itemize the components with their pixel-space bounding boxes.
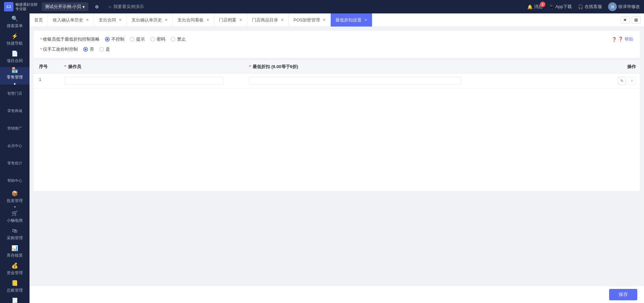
radio-manual-yes-circle <box>99 47 104 52</box>
tab-min-discount-close[interactable]: ✕ <box>364 18 367 22</box>
close-all-tabs-btn[interactable]: ✕ <box>621 16 630 23</box>
sidebar-item-retail-stat[interactable]: 零售统计 <box>0 154 30 172</box>
app-name: 畅捷通好业财 专业版 <box>15 2 38 11</box>
radio-password[interactable]: 密码 <box>150 36 165 42</box>
notification-badge: 8 <box>540 2 545 7</box>
radio-manual-yes[interactable]: 是 <box>99 46 110 52</box>
sidebar-item-invoice[interactable]: 🧾 发票管理 <box>0 295 30 303</box>
radio-manual-no[interactable]: 否 <box>83 46 94 52</box>
radio-remind-circle <box>130 37 135 42</box>
discount-input[interactable] <box>249 77 461 85</box>
search-icon: 🔍 <box>11 15 18 22</box>
radio-no-control[interactable]: 不控制 <box>105 36 124 42</box>
download-icon: 📱 <box>549 4 554 9</box>
headset-icon: 🎧 <box>578 4 583 9</box>
sidebar-item-ledger[interactable]: 📒 总账管理 <box>0 278 30 295</box>
sidebar-item-wholesale[interactable]: 📦 批发管理 ▾ <box>0 191 30 208</box>
tab-pos-password-close[interactable]: ✕ <box>323 18 326 22</box>
demo-link[interactable]: ○ 我要看实例演示 <box>108 4 144 10</box>
tab-store-archive-close[interactable]: ✕ <box>239 18 242 22</box>
tab-pay-contract-close[interactable]: ✕ <box>119 18 122 22</box>
tab-bar-end: ✕ ⊞ <box>617 16 644 23</box>
tab-store-archive[interactable]: 门店档案 ✕ <box>214 13 247 27</box>
table-row: 1 ✎ ✕ <box>34 73 640 89</box>
tab-store-products[interactable]: 门店商品目录 ✕ <box>247 13 289 27</box>
form-card: * 收银员低于最低折扣控制策略 不控制 提示 <box>34 31 640 58</box>
sidebar-item-search[interactable]: 🔍 搜索菜单 <box>0 13 30 31</box>
sidebar-item-capital[interactable]: 💰 资金管理 <box>0 260 30 278</box>
required-asterisk: * <box>40 37 42 42</box>
row-action-cell: ✎ ✕ <box>606 73 640 88</box>
sidebar: 🔍 搜索菜单 ⚡ 快捷导航 📄 项目合同 🏪 零售管理 ▲ 智慧门店 零售商城 … <box>0 13 30 303</box>
row-edit-btn[interactable]: ✎ <box>618 77 626 85</box>
sidebar-item-smart-store[interactable]: 智慧门店 <box>0 85 30 102</box>
document-icon: 📄 <box>11 50 18 57</box>
ledger-icon: 📒 <box>11 280 18 286</box>
content-area: 首页 收入确认单历史 ✕ 支出合同 ✕ 支出确认单历史 ✕ 支出合同看板 ✕ 门… <box>30 13 644 303</box>
main-layout: 🔍 搜索菜单 ⚡ 快捷导航 📄 项目合同 🏪 零售管理 ▲ 智慧门店 零售商城 … <box>0 13 644 303</box>
form-row-cashier: * 收银员低于最低折扣控制策略 不控制 提示 <box>40 36 633 42</box>
tab-min-discount[interactable]: 最低折扣设置 ✕ <box>331 13 372 27</box>
sidebar-item-marketing[interactable]: 营销推广 <box>0 119 30 137</box>
tab-pay-confirm-close[interactable]: ✕ <box>165 18 168 22</box>
question-icon: ❓ <box>611 37 617 42</box>
sidebar-item-inventory[interactable]: 📊 库存核算 <box>0 243 30 260</box>
sidebar-item-help[interactable]: 帮助中心 <box>0 172 30 189</box>
project-name: 测试分开示例-小贝 <box>45 4 81 10</box>
row-operator-cell <box>60 73 245 88</box>
tab-pay-contract[interactable]: 支出合同 ✕ <box>94 13 127 27</box>
sidebar-item-purchase[interactable]: 🛍 采购管理 <box>0 225 30 243</box>
sidebar-item-project[interactable]: 📄 项目合同 <box>0 48 30 66</box>
tab-income-confirm-close[interactable]: ✕ <box>86 18 89 22</box>
sidebar-item-member[interactable]: 会员中心 <box>0 137 30 154</box>
manual-price-radio-group: 否 是 <box>83 46 110 52</box>
form-row-manual: * 仅手工改价时控制 否 是 <box>40 46 633 52</box>
bell-icon: 🔔 <box>527 4 533 9</box>
shopping-icon: 🛍 <box>12 228 17 234</box>
col-header-action: 操作 <box>606 60 640 73</box>
money-icon: 💰 <box>11 262 18 269</box>
app-download-btn[interactable]: 📱 App下载 <box>549 4 572 10</box>
manual-price-label: * 仅手工改价时控制 <box>40 46 78 52</box>
tab-bar: 首页 收入确认单历史 ✕ 支出合同 ✕ 支出确认单历史 ✕ 支出合同看板 ✕ 门… <box>30 13 644 27</box>
tab-pay-confirm[interactable]: 支出确认单历史 ✕ <box>127 13 173 27</box>
app-logo: CJ 畅捷通好业财 专业版 <box>4 2 38 11</box>
tab-home[interactable]: 首页 <box>30 13 48 27</box>
table-body: 1 ✎ ✕ <box>34 73 640 191</box>
radio-remind[interactable]: 提示 <box>130 36 145 42</box>
settings-icon-btn[interactable]: ⚙ <box>92 3 102 11</box>
table-header: 序号 * 操作员 * 最低折扣 (9.00等于9折) 操作 <box>34 60 640 73</box>
col-header-discount: * 最低折扣 (9.00等于9折) <box>245 60 606 73</box>
box-icon: 📦 <box>11 190 18 197</box>
tab-income-confirm[interactable]: 收入确认单历史 ✕ <box>48 13 94 27</box>
save-button[interactable]: 保存 <box>609 289 637 300</box>
tab-store-products-close[interactable]: ✕ <box>281 18 284 22</box>
data-table: 序号 * 操作员 * 最低折扣 (9.00等于9折) 操作 <box>34 60 640 191</box>
sidebar-item-retail[interactable]: 🏪 零售管理 ▲ <box>0 67 30 85</box>
customer-service-btn[interactable]: 🎧 在线客服 <box>578 4 602 10</box>
user-profile-btn[interactable]: 徐 徐泽华修改 <box>608 2 640 11</box>
tab-pos-password[interactable]: POS加密管理 ✕ <box>289 13 331 27</box>
logo-icon: CJ <box>4 2 13 11</box>
notification-btn[interactable]: 🔔 消息 8 <box>527 4 543 10</box>
radio-forbid[interactable]: 禁止 <box>171 36 186 42</box>
sidebar-item-ecommerce[interactable]: 🛒 小畅电商 <box>0 208 30 225</box>
avatar: 徐 <box>608 2 617 11</box>
tab-pay-board[interactable]: 支出合同看板 ✕ <box>173 13 214 27</box>
topbar: CJ 畅捷通好业财 专业版 测试分开示例-小贝 ▾ ⚙ ○ 我要看实例演示 🔔 … <box>0 0 644 13</box>
radio-no-control-circle <box>105 37 110 42</box>
page-content: * 收银员低于最低折扣控制策略 不控制 提示 <box>30 27 644 286</box>
help-link[interactable]: ❓ ❓ 帮助 <box>611 36 633 42</box>
sidebar-item-shortcut[interactable]: ⚡ 快捷导航 <box>0 31 30 48</box>
operator-input[interactable] <box>64 77 223 85</box>
tab-pay-board-close[interactable]: ✕ <box>206 18 209 22</box>
lightning-icon: ⚡ <box>11 33 18 39</box>
required-dot-operator: * <box>64 64 66 69</box>
row-delete-btn[interactable]: ✕ <box>628 77 636 85</box>
topbar-right: 🔔 消息 8 📱 App下载 🎧 在线客服 徐 徐泽华修改 <box>527 2 640 11</box>
project-selector[interactable]: 测试分开示例-小贝 ▾ <box>42 2 88 11</box>
sidebar-item-online-shop[interactable]: 零售商城 <box>0 102 30 119</box>
expand-tabs-btn[interactable]: ⊞ <box>632 16 641 23</box>
store-icon: 🏪 <box>11 67 18 73</box>
invoice-icon: 🧾 <box>11 297 18 303</box>
